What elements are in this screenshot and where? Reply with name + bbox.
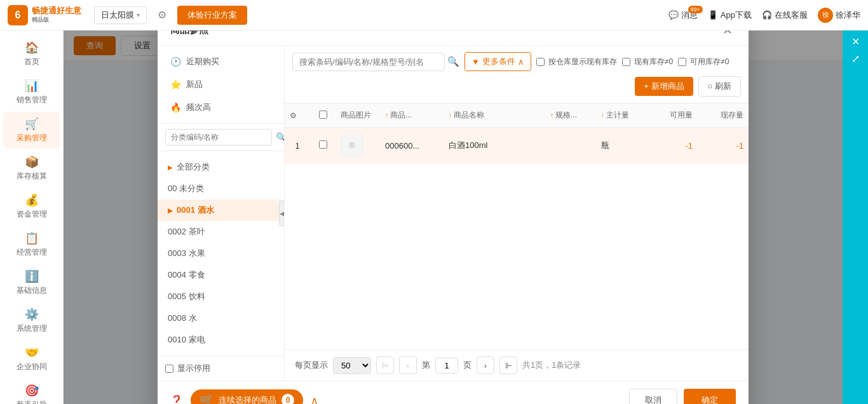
category-item-0004[interactable]: 0004 零食 [158, 264, 284, 286]
category-all-label: 全部分类 [177, 161, 210, 173]
th-img: 商品图片 [336, 104, 380, 128]
teal-close-icon[interactable]: ✕ [851, 36, 860, 48]
nav-service[interactable]: 🎧 在线客服 [762, 10, 808, 21]
frequent-item[interactable]: 🔥 频次高 [165, 98, 276, 117]
check-warehouse[interactable] [536, 58, 545, 66]
sort-up-code: ↑ [385, 112, 388, 119]
fire-icon: 🔥 [170, 102, 181, 112]
category-item-0003[interactable]: 0003 水果 [158, 243, 284, 264]
sidebar-item-home[interactable]: 🏠 首页 [3, 36, 60, 72]
sidebar-item-sales-label: 销售管理 [17, 95, 47, 105]
system-icon: ⚙️ [25, 307, 39, 321]
show-disabled-checkbox[interactable] [165, 365, 173, 373]
check-stock-ne0-row[interactable]: 现有库存≠0 [622, 57, 673, 67]
category-item-all[interactable]: ▶ 全部分类 [158, 156, 284, 178]
sidebar-item-collab-label: 企业协同 [17, 361, 47, 372]
select-all-checkbox[interactable] [319, 111, 327, 119]
sidebar: 🏠 首页 📊 销售管理 🛒 采购管理 📦 库存核算 💰 资金管理 📋 经营管理 … [0, 30, 64, 404]
th-name[interactable]: ↑ 商品名称 [444, 104, 545, 128]
category-search-icon[interactable]: 🔍 [276, 132, 285, 142]
check-warehouse-row[interactable]: 按仓库显示现有库存 [536, 57, 617, 67]
refresh-product-button[interactable]: ○ 刷新 [698, 76, 741, 97]
th-spec[interactable]: ↑ 规格... [545, 104, 596, 128]
product-search-icon[interactable]: 🔍 [447, 56, 459, 67]
category-0004-label: 0004 零食 [168, 269, 205, 281]
sidebar-item-guide[interactable]: 🎯 新手引导 [3, 379, 60, 404]
collab-icon: 🤝 [25, 346, 39, 360]
new-product-item[interactable]: ⭐ 新品 [165, 75, 276, 94]
category-item-00[interactable]: 00 未分类 [158, 178, 284, 199]
left-panel-footer: 显示停用 [158, 356, 284, 380]
message-icon: 💬 [668, 10, 679, 20]
category-item-0001[interactable]: ▶ 0001 酒水 [158, 199, 284, 221]
teal-panel: ✕ ⤢ [843, 30, 868, 404]
check-avail-ne0[interactable] [678, 58, 686, 66]
sort-up-name: ↑ [449, 112, 452, 119]
th-unit[interactable]: ↑ 主计量 [596, 104, 647, 128]
help-icon[interactable]: ❓ [170, 394, 183, 405]
gear-icon[interactable]: ⚙ [152, 5, 172, 25]
row-stock: -1 [698, 128, 749, 164]
recent-purchase-item[interactable]: 🕐 近期购买 [165, 52, 276, 71]
row-num: 1 [285, 128, 310, 164]
experience-btn[interactable]: 体验行业方案 [177, 6, 247, 25]
add-product-button[interactable]: + 新增商品 [635, 77, 693, 96]
row-check[interactable] [310, 128, 336, 164]
filter-button[interactable]: ▼ 更多条件 ∧ [465, 52, 531, 71]
frequent-label: 频次高 [186, 102, 211, 113]
nav-app-label: App下载 [721, 10, 752, 21]
last-page-btn[interactable]: ⊩ [499, 356, 517, 374]
sidebar-item-inventory[interactable]: 📦 库存核算 [3, 150, 60, 187]
product-search-input[interactable] [292, 53, 445, 71]
sidebar-item-business[interactable]: 📋 经营管理 [3, 226, 60, 263]
category-item-0008[interactable]: 0008 水 [158, 307, 284, 329]
th-avail-label: 可用量 [670, 111, 693, 119]
row-checkbox[interactable] [319, 140, 327, 149]
settings-col-icon[interactable]: ⚙ [290, 111, 297, 120]
modal-overlay: 商品参照 ✕ 🕐 近期购买 ⭐ 新 [64, 30, 843, 404]
nav-app[interactable]: 📱 App下载 [708, 10, 752, 21]
sidebar-item-purchase[interactable]: 🛒 采购管理 [3, 112, 60, 149]
sidebar-item-system[interactable]: ⚙️ 系统管理 [3, 302, 60, 339]
category-item-0005[interactable]: 0005 饮料 [158, 286, 284, 307]
nav-user[interactable]: 徐 徐泽华 [818, 8, 860, 23]
collapse-button[interactable]: ◀◀ [279, 201, 285, 226]
collapse-icon[interactable]: ∧ [311, 394, 318, 405]
category-0003-label: 0003 水果 [168, 248, 205, 259]
modal-header: 商品参照 ✕ [158, 30, 749, 46]
sidebar-item-collab[interactable]: 🤝 企业协同 [3, 340, 60, 377]
cancel-button[interactable]: 取消 [629, 389, 677, 404]
check-avail-ne0-row[interactable]: 可用库存≠0 [678, 57, 729, 67]
category-search-input[interactable] [165, 129, 272, 145]
first-page-btn[interactable]: ⊨ [376, 356, 394, 374]
left-panel: 🕐 近期购买 ⭐ 新品 🔥 频次高 [158, 46, 285, 380]
sidebar-item-basics[interactable]: ℹ️ 基础信息 [3, 264, 60, 301]
sidebar-item-finance[interactable]: 💰 资金管理 [3, 188, 60, 225]
teal-expand-icon[interactable]: ⤢ [851, 53, 860, 65]
next-page-btn[interactable]: › [477, 356, 494, 374]
sidebar-item-sales[interactable]: 📊 销售管理 [3, 74, 60, 111]
category-search-row: 🔍 [158, 124, 284, 151]
table-row[interactable]: 1 图 000600... 白酒100ml [285, 128, 749, 164]
confirm-button[interactable]: 确定 [684, 389, 736, 404]
modal-close-button[interactable]: ✕ [718, 30, 736, 39]
category-item-0010[interactable]: 0010 家电 [158, 329, 284, 351]
right-toolbar-right: + 新增商品 ○ 刷新 [635, 76, 741, 97]
per-page-select[interactable]: 50 100 200 [333, 357, 371, 374]
chevron-up-icon: ∧ [518, 57, 524, 67]
cart-badge: 0 [281, 394, 294, 404]
nav-right: 💬 消息 99+ 📱 App下载 🎧 在线客服 徐 徐泽华 [668, 8, 860, 23]
check-stock-ne0[interactable] [622, 58, 630, 66]
category-item-0002[interactable]: 0002 茶叶 [158, 221, 284, 243]
nav-selector[interactable]: 日太阳膜 ▾ [94, 6, 147, 24]
per-page-label: 每页显示 [295, 360, 328, 371]
page-input[interactable] [435, 358, 458, 374]
nav-message[interactable]: 💬 消息 99+ [668, 10, 698, 21]
inventory-icon: 📦 [25, 155, 39, 169]
guide-icon: 🎯 [25, 384, 39, 398]
th-code[interactable]: ↑ 商品... [380, 104, 444, 128]
prev-page-btn[interactable]: ‹ [399, 356, 417, 374]
message-badge: 99+ [688, 6, 703, 13]
logo: 6 畅捷通好生意 精品版 [8, 5, 81, 25]
product-image-placeholder: 图 [341, 134, 363, 157]
